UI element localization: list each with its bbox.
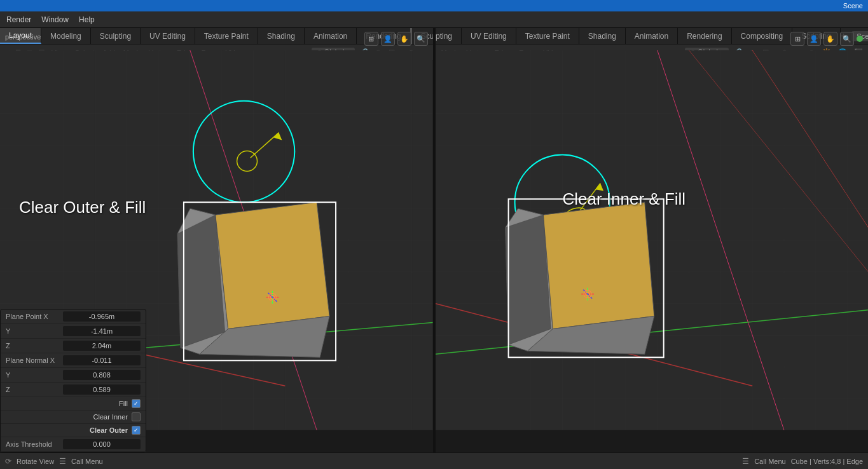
plane-normal-x-row: Plane Normal X -0.011 (1, 353, 146, 368)
plane-normal-label: Plane Normal X (6, 357, 63, 364)
plane-point-y-row: Y -1.41m (1, 324, 146, 339)
plane-point-y-value[interactable]: -1.41m (63, 326, 141, 336)
svg-marker-75 (505, 215, 551, 344)
clear-inner-checkbox[interactable] (132, 412, 141, 421)
axis-threshold-value[interactable]: 0.000 (63, 439, 141, 449)
search-icon-left[interactable]: 🔍 (414, 32, 428, 46)
title-bar-text: Scene (843, 2, 863, 10)
green-status-dot (857, 36, 863, 42)
person-icon-right[interactable]: 👤 (807, 32, 821, 46)
plane-normal-y-row: Y 0.808 (1, 368, 146, 383)
svg-marker-31 (216, 202, 329, 329)
plane-point-label: Plane Point X (6, 313, 63, 320)
plane-normal-x-value[interactable]: -0.011 (63, 355, 141, 365)
grid-icon-right[interactable]: ⊞ (790, 32, 804, 46)
plane-point-z-row: Z 2.04m (1, 339, 146, 353)
person-icon-left[interactable]: 👤 (381, 32, 395, 46)
clear-inner-label: Clear Inner (93, 413, 128, 421)
plane-point-y-label: Y (6, 327, 63, 335)
plane-normal-z-value[interactable]: 0.589 (63, 384, 141, 395)
rotate-view-text: Rotate View (17, 458, 54, 465)
fill-checkbox[interactable]: ✓ (132, 399, 141, 408)
call-menu-icon-left: ☰ (59, 457, 66, 466)
plane-point-x-row: Plane Point X -0.965m (1, 309, 146, 324)
clear-outer-label: Clear Outer (90, 426, 128, 434)
viewport-right[interactable]: Clear Inner & Fill ⊞ 👤 ✋ 🔍 (436, 28, 869, 452)
rotate-view-icon: ⟳ (5, 457, 11, 466)
menu-render[interactable]: Render (3, 14, 35, 25)
plane-normal-z-label: Z (6, 386, 63, 393)
plane-point-z-label: Z (6, 342, 63, 350)
svg-marker-73 (543, 202, 654, 329)
plane-point-z-value[interactable]: 2.04m (63, 341, 141, 351)
axis-threshold-row: Axis Threshold 0.000 (1, 437, 146, 452)
title-bar: Scene (0, 0, 868, 11)
axis-threshold-label: Axis Threshold (6, 440, 63, 448)
menu-window[interactable]: Window (38, 14, 72, 25)
clear-outer-checkbox[interactable]: ✓ (132, 426, 141, 435)
grid-icon-left[interactable]: ⊞ (364, 32, 378, 46)
plane-normal-y-value[interactable]: 0.808 (63, 370, 141, 380)
call-menu-text-left: Call Menu (71, 458, 103, 465)
mesh-info: Cube | Verts:4,8 | Edge (791, 458, 863, 465)
clear-outer-row: Clear Outer ✓ (1, 424, 146, 437)
hand-icon-right[interactable]: ✋ (823, 32, 837, 46)
fill-row: Fill ✓ (1, 397, 146, 411)
viewport-top-right-left: ⊞ 👤 ✋ 🔍 (364, 32, 428, 46)
clear-inner-row: Clear Inner (1, 411, 146, 424)
plane-point-x-value[interactable]: -0.965m (63, 311, 141, 322)
viewport-title-left: Clear Outer & Fill (19, 198, 146, 217)
status-bar: ⟳ Rotate View ☰ Call Menu ☰ Call Menu Cu… (0, 452, 868, 469)
fill-label: Fill (119, 400, 128, 407)
properties-panel: Plane Point X -0.965m Y -1.41m Z 2.04m P… (0, 309, 146, 452)
menu-help[interactable]: Help (75, 14, 99, 25)
hand-icon-left[interactable]: ✋ (397, 32, 411, 46)
viewport-title-right: Clear Inner & Fill (563, 189, 686, 209)
grid-right (436, 28, 869, 452)
perspective-label: perspective (5, 33, 41, 41)
menu-bar: Render Window Help (0, 11, 868, 28)
call-menu-text-right: Call Menu (754, 458, 786, 465)
search-icon-right[interactable]: 🔍 (840, 32, 854, 46)
call-menu-icon-right: ☰ (742, 457, 749, 466)
plane-normal-z-row: Z 0.589 (1, 383, 146, 397)
plane-normal-y-label: Y (6, 371, 63, 379)
